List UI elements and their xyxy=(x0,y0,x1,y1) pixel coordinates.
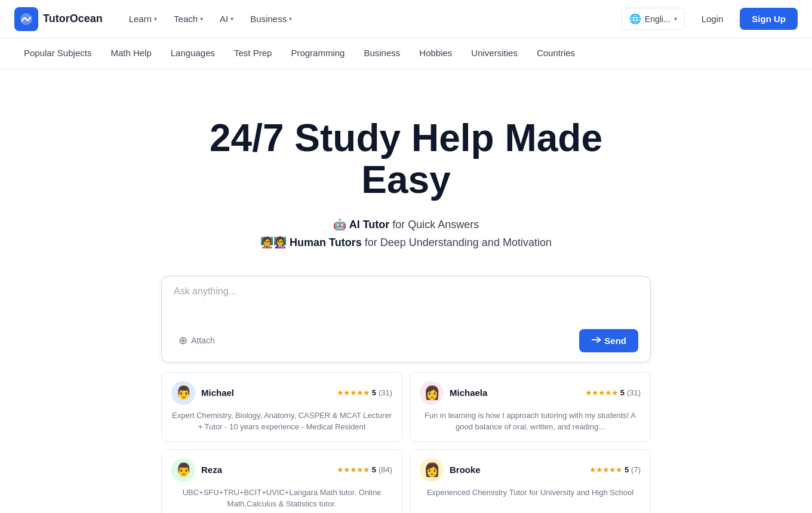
tutor-card-header: 👩 Michaela ★★★★★ 5 (31) xyxy=(420,381,641,405)
cat-item-universities[interactable]: Universities xyxy=(462,38,527,69)
tutor-rating: ★★★★★ 5 (31) xyxy=(585,388,641,397)
logo-text: TutorOcean xyxy=(43,13,103,25)
send-icon xyxy=(591,335,601,346)
tutor-name: Michaela xyxy=(450,388,487,398)
category-nav: Popular SubjectsMath HelpLanguagesTest P… xyxy=(0,38,812,69)
cat-item-popular-subjects[interactable]: Popular Subjects xyxy=(14,38,101,69)
logo-icon xyxy=(14,7,38,31)
hero-title: 24/7 Study Help Made Easy xyxy=(179,117,633,201)
tutor-info: 👩 Michaela xyxy=(420,381,487,405)
tutor-description: Expert Chemistry, Biology, Anatomy, CASP… xyxy=(171,410,392,433)
ai-tutor-line: 🤖 AI Tutor for Quick Answers xyxy=(260,216,552,234)
nav-left: TutorOcean Learn ▾ Teach ▾ AI ▾ Business… xyxy=(14,7,299,31)
tutor-card-michael[interactable]: 👨 Michael ★★★★★ 5 (31) Expert Chemistry,… xyxy=(161,372,402,442)
rating-count: (31) xyxy=(627,388,641,397)
search-input[interactable] xyxy=(174,286,638,322)
tutor-name: Brooke xyxy=(450,465,481,475)
globe-icon: 🌐 xyxy=(629,13,641,24)
avatar: 👩 xyxy=(420,381,444,405)
cat-item-languages[interactable]: Languages xyxy=(161,38,224,69)
chevron-down-icon: ▾ xyxy=(230,16,233,22)
tutor-name: Reza xyxy=(201,465,222,475)
chevron-down-icon: ▾ xyxy=(200,16,203,22)
chevron-down-icon: ▾ xyxy=(154,16,157,22)
hero-section: 24/7 Study Help Made Easy 🤖 AI Tutor for… xyxy=(0,69,812,513)
nav-teach[interactable]: Teach ▾ xyxy=(167,9,210,29)
tutor-rating: ★★★★★ 5 (84) xyxy=(337,465,392,474)
star-icons: ★★★★★ xyxy=(337,388,370,397)
rating-score: 5 xyxy=(620,388,625,397)
star-icons: ★★★★★ xyxy=(585,388,618,397)
nav-ai[interactable]: AI ▾ xyxy=(213,9,241,29)
login-button[interactable]: Login xyxy=(692,9,733,29)
tutor-info: 👩 Brooke xyxy=(420,458,481,482)
navbar: TutorOcean Learn ▾ Teach ▾ AI ▾ Business… xyxy=(0,0,812,38)
cat-item-business[interactable]: Business xyxy=(354,38,410,69)
tutor-rating: ★★★★★ 5 (31) xyxy=(337,388,392,397)
tutor-name: Michael xyxy=(201,388,234,398)
tutor-description: Fun in learning is how I approach tutori… xyxy=(420,410,641,433)
language-selector[interactable]: 🌐 Engli... ▾ xyxy=(622,8,685,30)
search-footer: ⊕ Attach Send xyxy=(174,329,638,352)
hero-subtitle: 🤖 AI Tutor for Quick Answers 🧑‍🏫👩‍🏫 Huma… xyxy=(260,216,552,252)
rating-score: 5 xyxy=(625,465,629,474)
nav-learn[interactable]: Learn ▾ xyxy=(122,9,164,29)
tutor-rating: ★★★★★ 5 (7) xyxy=(589,465,641,474)
tutor-description: UBC+SFU+TRU+BCIT+UVIC+Langara Math tutor… xyxy=(171,487,392,510)
tutor-grid: 👨 Michael ★★★★★ 5 (31) Expert Chemistry,… xyxy=(161,372,651,513)
send-button[interactable]: Send xyxy=(579,329,638,352)
nav-right: 🌐 Engli... ▾ Login Sign Up xyxy=(622,8,798,30)
star-icons: ★★★★★ xyxy=(337,465,370,474)
tutor-card-brooke[interactable]: 👩 Brooke ★★★★★ 5 (7) Experienced Chemist… xyxy=(410,449,651,513)
logo[interactable]: TutorOcean xyxy=(14,7,103,31)
rating-score: 5 xyxy=(372,388,376,397)
tutor-card-header: 👩 Brooke ★★★★★ 5 (7) xyxy=(420,458,641,482)
chevron-down-icon: ▾ xyxy=(674,16,677,22)
signup-button[interactable]: Sign Up xyxy=(740,8,798,30)
nav-business[interactable]: Business ▾ xyxy=(243,9,299,29)
attach-button[interactable]: ⊕ Attach xyxy=(174,331,220,349)
star-icons: ★★★★★ xyxy=(589,465,622,474)
search-box: ⊕ Attach Send xyxy=(161,276,651,363)
cat-item-programming[interactable]: Programming xyxy=(281,38,354,69)
tutor-card-michaela[interactable]: 👩 Michaela ★★★★★ 5 (31) Fun in learning … xyxy=(410,372,651,442)
tutor-description: Experienced Chemistry Tutor for Universi… xyxy=(420,487,641,499)
rating-count: (31) xyxy=(379,388,392,397)
cat-item-math-help[interactable]: Math Help xyxy=(101,38,161,69)
cat-item-test-prep[interactable]: Test Prep xyxy=(224,38,281,69)
tutor-card-reza[interactable]: 👨 Reza ★★★★★ 5 (84) UBC+SFU+TRU+BCIT+UVI… xyxy=(161,449,402,513)
rating-count: (7) xyxy=(631,465,641,474)
chevron-down-icon: ▾ xyxy=(289,16,292,22)
human-tutors-bold: Human Tutors xyxy=(290,236,362,248)
rating-count: (84) xyxy=(379,465,392,474)
avatar: 👩 xyxy=(420,458,444,482)
cat-item-countries[interactable]: Countries xyxy=(527,38,585,69)
ai-tutor-bold: AI Tutor xyxy=(349,219,390,231)
nav-links: Learn ▾ Teach ▾ AI ▾ Business ▾ xyxy=(122,9,299,29)
human-tutors-line: 🧑‍🏫👩‍🏫 Human Tutors for Deep Understandi… xyxy=(260,234,552,252)
tutor-card-header: 👨 Reza ★★★★★ 5 (84) xyxy=(171,458,392,482)
tutor-info: 👨 Reza xyxy=(171,458,222,482)
avatar: 👨 xyxy=(171,458,195,482)
tutor-info: 👨 Michael xyxy=(171,381,234,405)
hero-content: 24/7 Study Help Made Easy 🤖 AI Tutor for… xyxy=(14,117,798,513)
avatar: 👨 xyxy=(171,381,195,405)
attach-icon: ⊕ xyxy=(179,334,187,347)
tutor-card-header: 👨 Michael ★★★★★ 5 (31) xyxy=(171,381,392,405)
rating-score: 5 xyxy=(372,465,376,474)
cat-item-hobbies[interactable]: Hobbies xyxy=(410,38,462,69)
